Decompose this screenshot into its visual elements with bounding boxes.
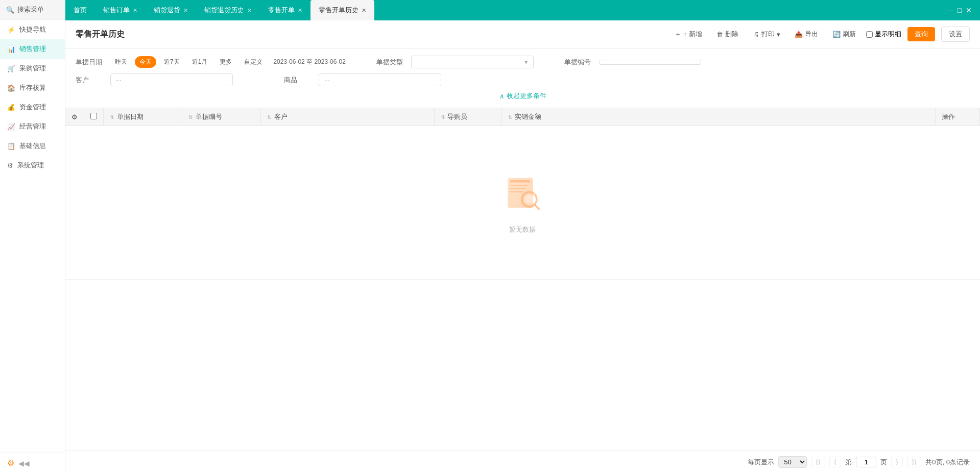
date-last1month[interactable]: 近1月 — [187, 56, 212, 68]
sidebar-item-label: 销售管理 — [19, 44, 46, 54]
tabs-bar: 首页 销售订单 ✕ 销货退货 ✕ 销货退货历史 ✕ 零售开单 ✕ 零售开单历史 … — [65, 0, 980, 20]
th-guide-label: 导购员 — [447, 113, 467, 120]
sidebar-item-jingying[interactable]: 📈 经营管理 — [0, 117, 65, 136]
sidebar-item-caigou[interactable]: 🛒 采购管理 — [0, 59, 65, 78]
minimize-button[interactable]: — — [946, 6, 953, 14]
maximize-button[interactable]: □ — [958, 6, 962, 14]
sort-icon: ⇅ — [188, 114, 193, 120]
per-page-select[interactable]: 50 10 20 100 — [778, 456, 807, 468]
export-button[interactable]: 📤 导出 — [791, 28, 822, 41]
sidebar-collapse-icon[interactable]: ◀◀ — [18, 459, 30, 467]
prev-page-button[interactable]: ⟨ — [829, 457, 841, 467]
add-button[interactable]: ＋ + 新增 — [671, 28, 706, 41]
sidebar-settings-icon[interactable]: ⚙ — [7, 458, 14, 468]
query-label: 查询 — [915, 30, 928, 39]
th-date[interactable]: ⇅ 单据日期 — [104, 108, 182, 126]
date-range-display: 2023-06-02 至 2023-06-02 — [273, 58, 345, 66]
filter-row-2: 客户 ··· 商品 ··· — [76, 73, 970, 86]
kucun-icon: 🏠 — [7, 84, 15, 92]
th-number-label: 单据编号 — [196, 113, 222, 120]
zijin-icon: 💰 — [7, 104, 15, 111]
tab-retail-open[interactable]: 零售开单 ✕ — [260, 0, 310, 20]
tab-sales-return-history[interactable]: 销货退货历史 ✕ — [196, 0, 260, 20]
tab-retail-open-close[interactable]: ✕ — [298, 7, 302, 14]
date-custom[interactable]: 自定义 — [240, 56, 267, 68]
date-last7[interactable]: 近7天 — [159, 56, 184, 68]
display-detail-checkbox[interactable] — [866, 31, 873, 38]
page-header: 零售开单历史 ＋ + 新增 🗑 删除 🖨 打印 ▾ 📤 导出 🔄 刷新 — [65, 20, 980, 48]
page-prefix-label: 第 — [845, 458, 852, 467]
tab-sales-order[interactable]: 销售订单 ✕ — [95, 0, 146, 20]
tab-sales-return-history-close[interactable]: ✕ — [247, 7, 252, 14]
collapse-more-button[interactable]: ∧ 收起更多条件 — [499, 91, 546, 101]
export-label: 导出 — [805, 30, 818, 39]
sidebar-item-jichu[interactable]: 📋 基础信息 — [0, 136, 65, 156]
empty-illustration — [499, 171, 545, 217]
th-date-label: 单据日期 — [117, 113, 144, 120]
sidebar-item-zijin[interactable]: 💰 资金管理 — [0, 97, 65, 117]
filter-row-1: 单据日期 昨天 今天 近7天 近1月 更多 自定义 2023-06-02 至 2… — [76, 56, 970, 68]
sidebar-item-xitong[interactable]: ⚙ 系统管理 — [0, 156, 65, 175]
sidebar-item-label: 系统管理 — [17, 161, 44, 170]
doc-num-input[interactable] — [599, 60, 701, 65]
delete-button[interactable]: 🗑 删除 — [712, 28, 743, 41]
next-page-button[interactable]: ⟩ — [891, 457, 903, 467]
svg-point-6 — [525, 195, 534, 204]
svg-rect-1 — [510, 180, 531, 183]
collapse-label: 收起更多条件 — [507, 91, 546, 101]
page-number-input[interactable] — [856, 457, 876, 467]
sidebar-item-label: 快捷导航 — [19, 25, 46, 34]
select-all-checkbox[interactable] — [90, 113, 97, 119]
th-amount[interactable]: ⇅ 实销金额 — [501, 108, 936, 126]
display-detail-toggle[interactable]: 显示明细 — [866, 30, 901, 39]
tab-retail-open-history[interactable]: 零售开单历史 ✕ — [310, 0, 374, 20]
sort-icon: ⇅ — [441, 114, 445, 120]
add-icon: ＋ — [675, 30, 681, 39]
tab-home[interactable]: 首页 — [65, 0, 95, 20]
print-icon: 🖨 — [753, 31, 759, 38]
sidebar-item-label: 经营管理 — [19, 122, 46, 131]
print-button[interactable]: 🖨 打印 ▾ — [749, 28, 784, 41]
sidebar-search[interactable]: 🔍 搜索采单 — [0, 0, 65, 20]
export-icon: 📤 — [795, 31, 803, 38]
sort-icon: ⇅ — [110, 114, 114, 120]
tab-home-label: 首页 — [74, 6, 87, 15]
date-yesterday[interactable]: 昨天 — [110, 56, 132, 68]
tab-sales-return-label: 销货退货 — [154, 6, 180, 15]
tab-sales-return[interactable]: 销货退货 ✕ — [146, 0, 196, 20]
tab-sales-order-close[interactable]: ✕ — [133, 7, 137, 14]
empty-state: 暂无数据 — [71, 130, 974, 275]
first-page-button[interactable]: ⟨⟨ — [811, 457, 825, 467]
customer-label: 客户 — [76, 76, 106, 85]
last-page-button[interactable]: ⟩⟩ — [907, 457, 921, 467]
goods-label: 商品 — [284, 76, 315, 85]
sidebar-item-kucun[interactable]: 🏠 库存核算 — [0, 78, 65, 97]
sidebar-item-xiaoshou[interactable]: 📊 销售管理 — [0, 39, 65, 59]
th-settings[interactable]: ⚙ — [65, 108, 84, 126]
date-more[interactable]: 更多 — [215, 56, 236, 68]
th-customer[interactable]: ⇅ 客户 — [260, 108, 434, 126]
search-icon: 🔍 — [6, 6, 14, 14]
customer-input[interactable]: ··· — [110, 73, 233, 86]
tab-retail-open-history-close[interactable]: ✕ — [362, 7, 366, 14]
svg-line-7 — [535, 205, 539, 209]
th-number[interactable]: ⇅ 单据编号 — [182, 108, 260, 126]
th-guide[interactable]: ⇅ 导购员 — [434, 108, 501, 126]
query-button[interactable]: 查询 — [907, 27, 935, 41]
chevron-up-icon: ∧ — [499, 92, 505, 100]
close-button[interactable]: ✕ — [966, 6, 972, 14]
refresh-button[interactable]: 🔄 刷新 — [828, 28, 860, 41]
doc-type-select[interactable]: ▾ — [411, 56, 534, 68]
goods-input[interactable]: ··· — [319, 73, 441, 86]
sidebar-item-label: 资金管理 — [19, 103, 46, 112]
doc-num-group: 单据编号 — [564, 58, 701, 67]
tab-sales-return-close[interactable]: ✕ — [183, 7, 188, 14]
table-empty-cell: 暂无数据 — [65, 126, 980, 280]
table-container: ⚙ ⇅ 单据日期 ⇅ 单据编号 ⇅ 客户 — [65, 108, 980, 451]
table-settings-icon[interactable]: ⚙ — [71, 113, 78, 121]
empty-text: 暂无数据 — [509, 225, 536, 234]
sidebar-item-kuaijie[interactable]: ⚡ 快捷导航 — [0, 20, 65, 39]
date-today[interactable]: 今天 — [135, 56, 156, 68]
sidebar: 🔍 搜索采单 ⚡ 快捷导航 📊 销售管理 🛒 采购管理 🏠 库存核算 💰 资金管… — [0, 0, 65, 473]
settings-button[interactable]: 设置 — [941, 27, 970, 42]
